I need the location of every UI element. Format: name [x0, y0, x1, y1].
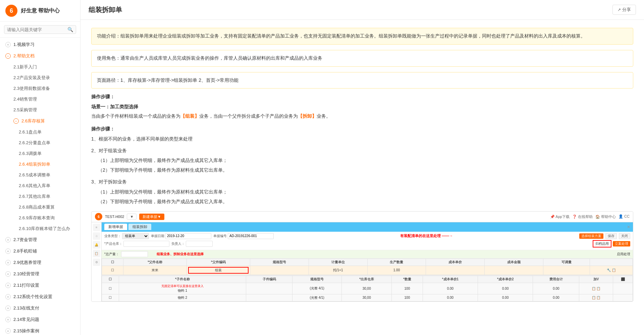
app-input-warehouse[interactable] [123, 241, 169, 247]
app-table-top: ☐ *父件名称 *父件编码 规格型号 计量单位 生产数量 成本单价 成本金额 可… [102, 259, 633, 275]
sidebar-item-266[interactable]: 2.6.6其他入库单 [0, 180, 80, 191]
sidebar-item-docs-212[interactable]: + 2.12系统个性化设置 [0, 291, 80, 302]
scene1-description: 当由多个子件材料组装成一个成品的业务为【组装】业务，当由一个父件拆分成多个子产品… [91, 112, 633, 120]
function-intro-text: 功能介绍：组装拆卸单用来处理企业组装或拆卸等加工业务，支持有固定装配清单的产品加… [97, 32, 628, 40]
cell-avail-1 [543, 266, 590, 275]
expand-icon-29: + [5, 260, 11, 265]
app-input-qty[interactable] [121, 251, 148, 257]
app-btn-choose-plan[interactable]: 选择组装方案 [579, 233, 603, 239]
sidebar-item-docs-214[interactable]: + 2.14常见问题 [0, 314, 80, 325]
scene1-title: 场景一：加工类型选择 [91, 104, 633, 110]
app-topbar: 6 TEST-H002 ▼ 新建单据▼ 📌 App下载 ❓ 在线帮助 🏠 帮助中… [92, 212, 633, 222]
brand-name: 好生意 帮助中心 [21, 7, 60, 14]
steps-title: 操作步骤： [91, 126, 633, 132]
search-icon[interactable]: 🔍 [67, 27, 73, 32]
sidebar-item-docs-22[interactable]: 2.2产品安装及登录 [0, 72, 80, 83]
sidebar-item-docs-29[interactable]: + 2.9优惠券管理 [0, 257, 80, 268]
app-input-person[interactable] [186, 241, 213, 247]
sub-item-1: 物料 1 [178, 289, 187, 292]
sub-cell-total-1: 0.00 [533, 283, 579, 294]
sidebar-item-265[interactable]: 2.6.5成本调整单 [0, 170, 80, 180]
sidebar-item-docs-27[interactable]: + 2.7资金管理 [0, 234, 80, 245]
app-label-person: 负责人： [171, 241, 185, 246]
app-dropdown: ▼ [127, 214, 137, 220]
col2-cost1: *成本单价1 [423, 276, 478, 283]
sidebar-item-docs-213[interactable]: + 2.13在线支付 [0, 302, 80, 314]
sidebar-item-docs-23[interactable]: 2.3使用前数据准备 [0, 83, 80, 94]
sidebar-item-261[interactable]: 2.6.1盘点单 [0, 127, 80, 137]
app-form-row-2: *产品仓库： 负责人： 归档品用 立案处理 [104, 240, 630, 247]
col2-item-code: 子件编码 [246, 276, 292, 283]
app-form-row-1: 业务类型： 组装单 单据日期 单据编号 [104, 233, 630, 239]
sub-cell-name-1: 无固定清单可以直接在这里录入 物料 1 [119, 283, 246, 294]
cell-check-1[interactable]: ☐ [102, 266, 123, 275]
app-select-type[interactable]: 组装单 [122, 233, 149, 239]
cell-spec-1 [250, 266, 309, 275]
sub-cell-check-1[interactable]: ☐ [102, 283, 119, 294]
sidebar-item-docs-24[interactable]: 2.4销售管理 [0, 94, 80, 105]
app-btn-save[interactable]: 保存 [605, 233, 617, 239]
sidebar-item-docs-26[interactable]: − 2.6库存核算 [0, 115, 80, 127]
sidebar-item-docs-28[interactable]: + 2.8手机旺铺 [0, 245, 80, 257]
step2-text: 2、对于组装业务 [91, 147, 633, 155]
app-new-doc-btn[interactable]: 新建单据▼ [139, 214, 164, 220]
expand-icon-210: + [5, 271, 11, 277]
app-modal-header: 新增单据 组装拆卸 ✕ [102, 222, 633, 232]
sidebar-item-docs[interactable]: − 2.帮助文档 [0, 50, 80, 62]
cell-ops-1: 🔧 📋 [590, 266, 633, 275]
sidebar-item-264[interactable]: 2.6.4组装拆卸单 [0, 159, 80, 170]
role-intro-block: 使用角色：通常由生产人员或库管人员完成拆装业务的操作，库管人员确认原材料的出库和… [91, 50, 633, 67]
app-input-date[interactable] [165, 233, 211, 239]
app-label-type: 业务类型： [104, 234, 121, 238]
sub-cell-check-2[interactable]: ☐ [102, 294, 119, 301]
sidebar-item-262[interactable]: 2.6.2分量盘点单 [0, 137, 80, 148]
sub-cell-check-3[interactable]: ☐ [102, 301, 119, 301]
share-button[interactable]: ↗ 分享 [612, 5, 636, 15]
sub-cell-unit-2: 30,00 [342, 294, 392, 301]
sidebar-item-video[interactable]: + 1.视频学习 [0, 39, 80, 50]
col-total: 成本金额 [485, 259, 543, 266]
sidebar-item-docs-210[interactable]: + 2.10经营管理 [0, 268, 80, 280]
app-field-warehouse: *产品仓库： [104, 241, 169, 247]
app-form-area: 业务类型： 组装单 单据日期 单据编号 [102, 232, 633, 250]
path-intro-text: 页面路径：1、库存核算->库存管理->组装拆卸单 2、首页->常用功能 [97, 76, 628, 85]
search-input[interactable] [7, 27, 67, 32]
search-wrap[interactable]: 🔍 [4, 25, 76, 34]
app-label-orderno: 单据编号 [213, 234, 227, 238]
app-sidebar-icon-2: ☆ [93, 232, 100, 240]
cell-qty-1: 1.00 [367, 266, 426, 275]
sidebar-item-docs-215[interactable]: + 2.15操作案例 [0, 325, 80, 335]
operation-steps: 操作步骤： 场景一：加工类型选择 当由多个子件材料组装成一个成品的业务为【组装】… [91, 94, 633, 206]
step3-1-text: （1）上部明细为父件明细，最终作为原材料生成其它出库单； [91, 188, 633, 196]
collapse-icon-26: − [13, 118, 19, 124]
sidebar-item-label: 1.视频学习 [13, 42, 35, 48]
sub-cell-more-2 [613, 294, 633, 301]
sidebar-item-2610[interactable]: 2.6.10库存账本错了怎么办 [0, 223, 80, 234]
app-main-area: ≡ ☆ 🔔 📋 ⚙ 新增单据 组装拆卸 ✕ [92, 222, 633, 301]
sidebar-item-269[interactable]: 2.6.9库存账本查询 [0, 213, 80, 223]
app-tab-assemble[interactable]: 新增单据 [104, 224, 127, 230]
app-close-icon[interactable]: ✕ [627, 225, 630, 229]
expand-icon-215: + [5, 328, 11, 334]
assemble-highlight: 【组装】 [180, 113, 199, 119]
sidebar-item-267[interactable]: 2.6.7其他出库单 [0, 191, 80, 202]
sub-cell-ops-1: 📋 📋 [579, 283, 613, 294]
app-btn-cancel[interactable]: 关闭 [619, 233, 630, 239]
cell-code-1: 组装 [187, 266, 250, 275]
sidebar-item-docs-25[interactable]: 2.5采购管理 [0, 105, 80, 115]
sidebar-item-docs-21[interactable]: 2.1新手入门 [0, 62, 80, 72]
app-tab-tab2[interactable]: 组装拆卸 [128, 224, 151, 230]
sub-cell-more-1 [613, 283, 633, 294]
cell-code-box: 组装 [188, 267, 249, 274]
main-area: 组装拆卸单 ↗ 分享 功能介绍：组装拆卸单用来处理企业组装或拆卸等加工业务，支持… [80, 0, 644, 335]
app-field-type: 业务类型： 组装单 [104, 233, 149, 239]
sidebar-item-docs-211[interactable]: + 2.11打印设置 [0, 280, 80, 291]
app-sidebar-icon-1: ≡ [93, 224, 100, 231]
sidebar-item-268[interactable]: 2.6.8商品成本重算 [0, 202, 80, 213]
col2-total: 费用合计 [533, 276, 579, 283]
sidebar-item-263[interactable]: 2.6.3调拨单 [0, 148, 80, 159]
expand-icon-28: + [5, 248, 11, 254]
scene1-desc-text: 当由多个子件材料组装成一个成品的业务为【组装】业务，当由一个父件拆分成多个子产品… [91, 112, 633, 120]
app-input-orderno[interactable] [228, 233, 274, 239]
app-btn-process[interactable]: 立案处理 [613, 241, 630, 246]
